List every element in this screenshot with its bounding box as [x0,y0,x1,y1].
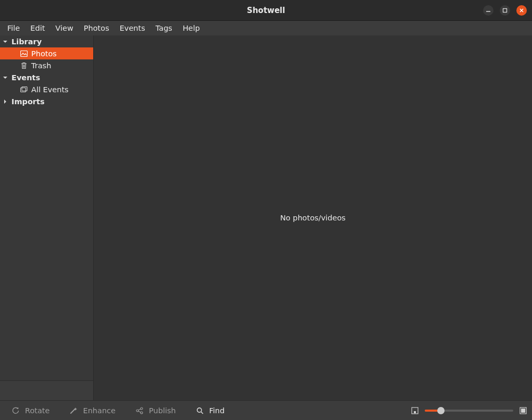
rotate-button[interactable]: Rotate [4,404,57,417]
chevron-down-icon [2,75,8,81]
svg-rect-2 [21,88,26,92]
sidebar-header-events-label: Events [11,73,40,82]
sidebar-item-trash-label: Trash [31,61,51,70]
sidebar-tree: Library Photos Trash Events [0,35,93,380]
svg-point-5 [141,407,143,410]
zoom-out-thumb-icon[interactable] [410,406,420,415]
maximize-icon [502,8,508,13]
minimize-icon [486,8,491,13]
chevron-down-icon [2,39,8,45]
zoom-controls [410,406,528,415]
sidebar-header-imports[interactable]: Imports [0,95,93,107]
menubar: File Edit View Photos Events Tags Help [0,21,532,35]
enhance-icon [69,406,78,415]
rotate-icon [11,406,20,415]
svg-rect-11 [521,409,525,413]
find-button[interactable]: Find [188,404,232,417]
menu-file[interactable]: File [2,21,25,35]
menu-tags[interactable]: Tags [150,21,178,35]
sidebar-item-photos[interactable]: Photos [0,47,93,59]
search-icon [196,406,204,415]
window-controls [483,5,532,16]
chevron-right-icon [2,98,8,105]
publish-button[interactable]: Publish [128,404,183,417]
menu-photos[interactable]: Photos [79,21,115,35]
svg-point-7 [197,407,201,412]
sidebar-header-library-label: Library [11,38,42,46]
rotate-label: Rotate [25,406,49,415]
sidebar-footer [0,380,93,400]
zoom-slider[interactable] [425,406,513,415]
content-area[interactable]: No photos/videos [94,35,532,400]
menu-help[interactable]: Help [178,21,205,35]
titlebar[interactable]: Shotwell [0,0,532,21]
menu-edit[interactable]: Edit [25,21,50,35]
enhance-label: Enhance [83,406,116,415]
bottom-toolbar: Rotate Enhance Publish Find [0,400,532,420]
maximize-button[interactable] [500,5,510,16]
zoom-in-thumb-icon[interactable] [518,406,528,415]
sidebar-header-events[interactable]: Events [0,71,93,83]
close-button[interactable] [516,5,527,16]
menu-events[interactable]: Events [115,21,150,35]
svg-rect-9 [414,411,416,413]
slider-thumb[interactable] [437,407,445,414]
find-label: Find [209,406,225,415]
photo-icon [20,50,28,58]
svg-point-6 [141,412,143,414]
events-icon [20,85,28,94]
trash-icon [20,61,28,70]
close-icon [519,8,524,13]
publish-icon [135,406,144,415]
sidebar-item-all-events-label: All Events [31,85,69,94]
sidebar-header-imports-label: Imports [11,97,45,106]
sidebar-item-trash[interactable]: Trash [0,59,93,71]
sidebar-item-photos-label: Photos [31,50,57,58]
empty-state-text: No photos/videos [280,214,346,222]
window-title: Shotwell [0,6,532,15]
sidebar: Library Photos Trash Events [0,35,94,400]
svg-rect-1 [21,51,28,56]
sidebar-header-library[interactable]: Library [0,35,93,47]
svg-point-4 [136,410,138,412]
menu-view[interactable]: View [50,21,78,35]
publish-label: Publish [149,406,176,415]
sidebar-item-all-events[interactable]: All Events [0,83,93,95]
workspace: Library Photos Trash Events [0,35,532,400]
svg-rect-0 [503,8,507,12]
minimize-button[interactable] [483,5,493,16]
svg-rect-3 [22,87,27,91]
enhance-button[interactable]: Enhance [62,404,123,417]
